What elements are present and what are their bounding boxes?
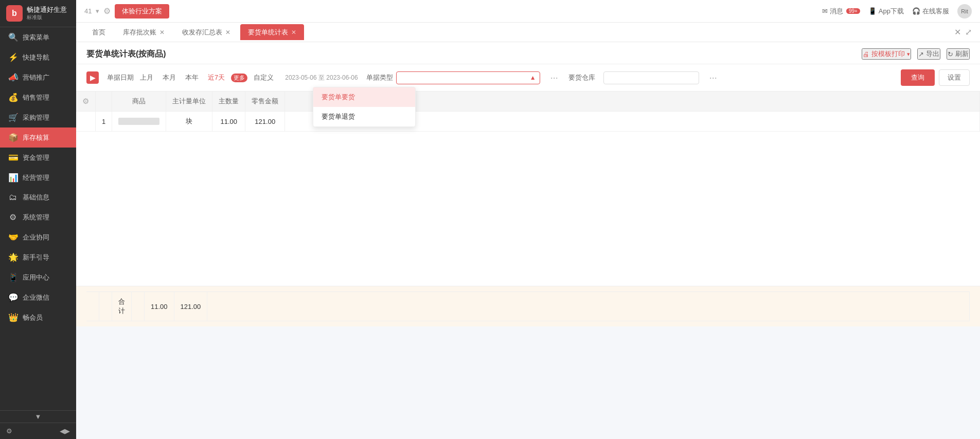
date-btn-this-year[interactable]: 本年	[182, 72, 202, 83]
sidebar-logo: b 畅捷通好生意 标准版	[0, 0, 76, 27]
tab-close-inventory-batch[interactable]: ✕	[159, 29, 165, 36]
sidebar-item-quick-nav[interactable]: ⚡ 快捷导航	[0, 47, 76, 67]
product-placeholder-bar	[118, 118, 159, 125]
app-logo-icon: b	[6, 5, 23, 22]
td-row-settings	[76, 112, 96, 132]
sidebar-collapse-icon[interactable]: ◀▶	[60, 427, 70, 435]
date-filter-group: 单据日期 上月 本月 本年 近7天 更多 自定义	[107, 72, 277, 83]
td-product	[112, 112, 166, 132]
printer-icon: 🖨	[863, 50, 869, 58]
date-more-badge[interactable]: 更多	[231, 74, 247, 82]
date-btn-custom[interactable]: 自定义	[251, 72, 277, 83]
th-quantity: 主数量	[212, 92, 245, 112]
td-quantity: 11.00	[212, 112, 245, 132]
type-select-input[interactable]	[396, 71, 540, 84]
handshake-icon: 🤝	[8, 232, 17, 242]
filter-more-dots[interactable]: ···	[548, 72, 560, 83]
total-cell-empty1	[86, 292, 99, 321]
sidebar-item-finance[interactable]: 💳 资金管理	[0, 148, 76, 168]
date-range-display: 2023-05-06 至 2023-06-06	[285, 74, 358, 82]
date-btn-7days[interactable]: 近7天	[205, 72, 228, 83]
sidebar-nav: 🔍 搜索菜单 ⚡ 快捷导航 📣 营销推广 💰 销售管理 🛒 采购管理 📦 库存核…	[0, 27, 76, 410]
tab-requisition-stats[interactable]: 要货单统计表 ✕	[240, 24, 304, 40]
tabs-right-controls: ✕ ⤢	[954, 27, 972, 37]
td-seq: 1	[96, 112, 112, 132]
warehouse-more-dots[interactable]: ···	[707, 72, 719, 83]
dropdown-item-requisition-order[interactable]: 要货单要货	[313, 87, 415, 107]
dropdown-item-requisition-return[interactable]: 要货单退货	[313, 107, 415, 126]
th-seq	[96, 92, 112, 112]
lightning-icon: ⚡	[8, 52, 17, 62]
sidebar-settings-icon[interactable]: ⚙	[6, 427, 12, 435]
tab-receipt-summary[interactable]: 收发存汇总表 ✕	[174, 24, 238, 40]
phone-icon: 📱	[868, 7, 877, 15]
folder-icon: 🗂	[8, 193, 17, 202]
date-btn-last-month[interactable]: 上月	[137, 72, 156, 83]
total-unit-empty	[132, 292, 145, 321]
sidebar-item-basic-info[interactable]: 🗂 基础信息	[0, 188, 76, 207]
phone-icon: 📱	[8, 272, 17, 282]
query-button[interactable]: 查询	[901, 69, 935, 86]
sidebar-item-search[interactable]: 🔍 搜索菜单	[0, 27, 76, 47]
user-avatar[interactable]: Rit	[957, 4, 972, 19]
table-settings-icon[interactable]: ⚙	[82, 97, 89, 105]
sidebar-item-purchase[interactable]: 🛒 采购管理	[0, 107, 76, 127]
page-header-actions: 🖨 按模板打印 ▾ ↗ 导出 ↻ 刷新	[862, 48, 970, 60]
box-icon: 📦	[8, 133, 17, 142]
tab-inventory-batch[interactable]: 库存批次账 ✕	[115, 24, 172, 40]
bell-icon: ✉	[822, 7, 828, 15]
tab-close-all-icon[interactable]: ✕	[954, 27, 961, 37]
sidebar-item-enterprise[interactable]: 🤝 企业协同	[0, 227, 76, 247]
topbar-right: ✉ 消息 99+ 📱 App下载 🎧 在线客服 Rit	[822, 4, 972, 19]
sidebar-item-operations[interactable]: 📊 经营管理	[0, 168, 76, 188]
tab-expand-icon[interactable]: ⤢	[965, 27, 972, 37]
warehouse-label: 要货仓库	[568, 73, 595, 82]
warehouse-input[interactable]	[603, 71, 699, 84]
sidebar-item-apps[interactable]: 📱 应用中心	[0, 267, 76, 287]
settings-button[interactable]: 设置	[939, 69, 970, 86]
search-icon: 🔍	[8, 32, 17, 42]
topbar: 41 ▾ ⚙ 体验行业方案 ✉ 消息 99+ 📱 App下载 🎧 在线客服 Ri…	[76, 0, 980, 23]
chat-icon: 💬	[8, 292, 17, 302]
export-button[interactable]: ↗ 导出	[917, 48, 940, 60]
filter-expand-button[interactable]: ▶	[86, 71, 99, 84]
chart-icon: 📊	[8, 173, 17, 182]
sidebar: b 畅捷通好生意 标准版 🔍 搜索菜单 ⚡ 快捷导航 📣 营销推广 💰 销售管理…	[0, 0, 76, 439]
sidebar-item-sales[interactable]: 💰 销售管理	[0, 87, 76, 107]
sidebar-scroll-down[interactable]: ▼	[0, 410, 76, 423]
topbar-settings-icon[interactable]: ⚙	[103, 6, 111, 16]
app-download-item[interactable]: 📱 App下载	[868, 7, 904, 16]
page-header: 要货单统计表(按商品) 🖨 按模板打印 ▾ ↗ 导出 ↻ 刷新	[76, 42, 980, 64]
notifications-item[interactable]: ✉ 消息 99+	[822, 7, 860, 16]
crown-icon: 👑	[8, 313, 17, 322]
type-select-wrapper: ▲	[396, 71, 540, 84]
tab-close-requisition-stats[interactable]: ✕	[291, 29, 296, 36]
topbar-chevron-down-icon[interactable]: ▾	[96, 7, 99, 15]
notification-badge: 99+	[846, 8, 860, 14]
sidebar-item-guide[interactable]: 🌟 新手引导	[0, 247, 76, 267]
type-chevron-up-icon[interactable]: ▲	[530, 74, 536, 81]
star-icon: 🌟	[8, 252, 17, 262]
main-area: 41 ▾ ⚙ 体验行业方案 ✉ 消息 99+ 📱 App下载 🎧 在线客服 Ri…	[76, 0, 980, 439]
industry-solution-button[interactable]: 体验行业方案	[115, 4, 169, 19]
total-table: 合计 11.00 121.00	[86, 291, 970, 321]
topbar-left: 41 ▾ ⚙ 体验行业方案	[84, 4, 816, 19]
date-btn-this-month[interactable]: 本月	[159, 72, 179, 83]
sidebar-item-wechat[interactable]: 💬 企业微信	[0, 287, 76, 307]
page-content: 要货单统计表(按商品) 🖨 按模板打印 ▾ ↗ 导出 ↻ 刷新 ▶	[76, 42, 980, 439]
total-bar: 合计 11.00 121.00	[76, 286, 980, 326]
refresh-button[interactable]: ↻ 刷新	[947, 48, 970, 60]
tab-close-receipt-summary[interactable]: ✕	[225, 29, 230, 36]
print-chevron-icon: ▾	[907, 51, 910, 58]
online-service-item[interactable]: 🎧 在线客服	[912, 7, 949, 16]
tab-home[interactable]: 首页	[84, 24, 113, 40]
print-button[interactable]: 🖨 按模板打印 ▾	[862, 48, 911, 60]
sidebar-item-members[interactable]: 👑 畅会员	[0, 307, 76, 327]
sidebar-item-inventory[interactable]: 📦 库存核算	[0, 127, 76, 148]
refresh-icon: ↻	[948, 50, 953, 58]
money-icon: 💰	[8, 93, 17, 102]
sidebar-item-marketing[interactable]: 📣 营销推广	[0, 67, 76, 87]
sidebar-item-system[interactable]: ⚙ 系统管理	[0, 207, 76, 227]
cart-icon: 🛒	[8, 113, 17, 122]
export-icon: ↗	[918, 50, 924, 58]
